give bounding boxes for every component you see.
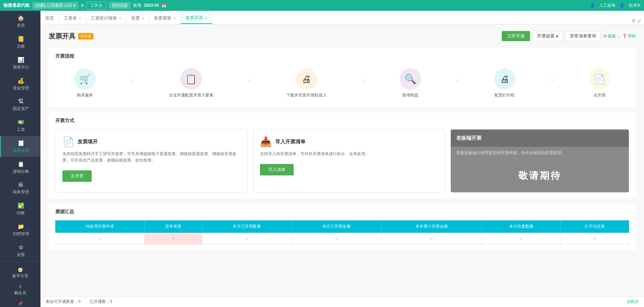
flow-arrow: › [457, 76, 459, 84]
bottom-bar: 剩余可开通数量：0 已开通数：0 去购买 [40, 296, 644, 307]
tab-home[interactable]: 首页 [40, 12, 59, 24]
support-link[interactable]: 人工咨询 [599, 3, 615, 8]
flow-step-add-tax[interactable]: 🔍 新增税盘 [400, 68, 421, 98]
company-selector[interactable]: (勿删) 江西服室-LSS ▾ [32, 2, 78, 9]
method-import-title: 导入开票清单 [275, 139, 305, 145]
tab-close-payroll-table[interactable]: × [79, 16, 81, 20]
sidebar-item-invoice[interactable]: 🧾 发票管理 [0, 136, 40, 157]
tab-invoice-calc[interactable]: 发票测算× [149, 12, 180, 24]
sidebar-item-payroll[interactable]: 💵 工资 [0, 115, 40, 136]
flow-step-icon-print-config: 🖨 [494, 68, 516, 90]
sidebar-item-vip[interactable]: V 畅会员 [0, 282, 40, 299]
sidebar-item-reports[interactable]: 📊 报表中心 [0, 53, 40, 74]
summary-table-header: 本月已开票数量 [202, 220, 292, 233]
top-bar-right: 👤 人工咨询 👤 徐泽华 [590, 3, 641, 8]
pin-action[interactable]: 📌 取消固定 [0, 299, 40, 307]
sidebar-item-settle[interactable]: ✅ 结账 [0, 198, 40, 219]
user-name[interactable]: 徐泽华 [628, 3, 641, 8]
sidebar-label-funds: 资金管理 [13, 85, 29, 91]
help-label: 帮助 [628, 33, 636, 39]
close-tab-icon[interactable]: ✕ [631, 18, 636, 24]
copy-icon[interactable]: ⧉ [81, 3, 84, 8]
flow-step-label-print-config: 配置打印机 [495, 92, 515, 98]
sidebar-item-purchase[interactable]: 📋 进销台账 [0, 157, 40, 178]
quota-info: 剩余可开通数量：0 已开通数：0 [46, 299, 112, 305]
tab-close-payroll-stats[interactable]: × [119, 16, 121, 20]
tab-close-invoice-tool[interactable]: × [205, 16, 207, 20]
table-row: -------------- [55, 233, 629, 245]
sidebar-item-guide[interactable]: 🧭 新手引导 [0, 265, 40, 282]
billing-flow-section: 开票流程 🛒 购买服务 › 📋 企业开通配置开票六要素 › 🖨 下载并安装开票机… [49, 48, 636, 107]
video-link[interactable]: ⚙ 视频 [603, 33, 616, 39]
fill-invoice-button[interactable]: 去开票 [62, 170, 92, 182]
main-layout: 🏠 首页 📒 总账 📊 报表中心 💰 资金管理 🏗 固定资产 💵 工资 🧾 发票… [0, 11, 644, 307]
flow-arrow: › [362, 76, 364, 84]
flow-step-buy-service[interactable]: 🛒 购买服务 [74, 68, 96, 98]
sidebar-label-payroll: 工资 [17, 127, 25, 133]
top-bar: 畅捷通易代账 (勿删) 江西服室-LSS ▾ ⧉ 工作台 切到旧版 账期 202… [0, 0, 644, 11]
settings-button[interactable]: 开票设置 ▾ [533, 31, 563, 41]
flow-step-print-config[interactable]: 🖨 配置打印机 [494, 68, 516, 98]
tab-label-payroll-table: 工资表 [64, 15, 77, 21]
sidebar-item-tax[interactable]: 🏛 税务管理 [0, 178, 40, 198]
workspace-button[interactable]: 工作台 [87, 2, 106, 9]
quota-label: 剩余可开通数量：0 [46, 299, 81, 304]
sidebar-icon-tax: 🏛 [18, 182, 24, 188]
sidebar-icon-archive: 📁 [18, 223, 24, 230]
calendar-icon[interactable]: 📅 [162, 3, 167, 8]
tab-close-invoice-calc[interactable]: × [173, 16, 175, 20]
anomaly-query-button[interactable]: 异常清单查询 [565, 31, 601, 41]
help-link[interactable]: ❓ 帮助 [622, 33, 636, 39]
page-header-actions: 立即开通 开票设置 ▾ 异常清单查询 ⚙ 视频 | ❓ 帮助 [502, 31, 636, 41]
table-cell: -- [55, 233, 145, 245]
company-name: (勿删) 江西服室-LSS [35, 3, 72, 8]
tab-label-invoice-calc: 发票测算 [154, 15, 171, 21]
page-content: 发票开具 待开通 立即开通 开票设置 ▾ 异常清单查询 ⚙ 视频 | [40, 24, 644, 296]
period-label: 账期 [133, 3, 141, 8]
summary-section: 票据汇总 待处理开票申请异常单票本月已开票数量本月已开票金额本年累计开票金额本月… [49, 203, 636, 250]
sidebar-icon-invoice: 🧾 [18, 140, 24, 146]
period-value: 2023-02 [144, 3, 159, 8]
sidebar-item-assets[interactable]: 🏗 固定资产 [0, 94, 40, 115]
flow-step-issue[interactable]: 📄 去开票 [589, 68, 610, 98]
sidebar-bottom: 🧭 新手引导 V 畅会员 📌 取消固定 [0, 261, 40, 307]
flow-arrow: › [551, 76, 553, 84]
expand-icon[interactable]: ⤢ [637, 18, 641, 24]
flow-step-config[interactable]: 📋 企业开通配置开票六要素 [169, 68, 213, 98]
sidebar-item-ledger[interactable]: 📒 总账 [0, 32, 40, 53]
flow-step-label-issue: 去开票 [593, 92, 606, 98]
sidebar-item-funds[interactable]: 💰 资金管理 [0, 74, 40, 94]
opened-label: 已开通数：0 [90, 299, 112, 304]
tab-invoice-tool[interactable]: 发票开具× [181, 12, 212, 24]
tab-invoice-list[interactable]: 发票× [126, 12, 149, 24]
sidebar-label-reports: 报表中心 [13, 64, 29, 70]
separator1: | [618, 34, 619, 39]
sidebar-icon-assets: 🏗 [18, 99, 24, 105]
table-cell: -- [145, 233, 202, 245]
sidebar-item-archive[interactable]: 📁 归档管理 [0, 219, 40, 240]
sidebar-icon-payroll: 💵 [18, 119, 24, 125]
old-version-button[interactable]: 切到旧版 [109, 2, 130, 9]
tab-close-invoice-list[interactable]: × [142, 16, 144, 20]
tab-payroll-table[interactable]: 工资表× [59, 12, 86, 24]
tab-label-invoice-list: 发票 [131, 15, 140, 21]
sidebar-icon-settle: ✅ [18, 202, 24, 209]
import-invoice-button[interactable]: 导入清单 [260, 164, 294, 175]
sidebar-icon-ledger: 📒 [18, 36, 24, 42]
sidebar-item-home[interactable]: 🏠 首页 [0, 11, 40, 32]
immediate-open-button[interactable]: 立即开通 [502, 31, 530, 41]
support-icon: 👤 [590, 3, 595, 8]
method-fill-desc: 支持按照发票样式手工填写开发票；可开具增值税电子普通发票、增值税普通发票、增值税… [62, 151, 240, 164]
page-title: 发票开具 [49, 32, 76, 41]
sidebar-item-settings[interactable]: ⚙ 设置 [0, 240, 40, 261]
method-cards: 📄 发票填开 支持按照发票样式手工填写开发票；可开具增值税电子普通发票、增值税普… [55, 129, 629, 193]
settings-label: 开票设置 [537, 33, 555, 39]
flow-step-label-add-tax: 新增税盘 [402, 92, 418, 98]
sidebar-label-tax: 税务管理 [13, 189, 29, 195]
top-bar-left: 畅捷通易代账 (勿删) 江西服室-LSS ▾ ⧉ 工作台 切到旧版 账期 202… [3, 2, 167, 9]
tab-payroll-stats[interactable]: 工资统计报表× [86, 12, 126, 24]
buy-link[interactable]: 去购买 [626, 299, 639, 305]
method-boss-desc: 查看老板端小程序提交的开票申请，并作出相应的开票处理。 [451, 147, 629, 159]
flow-step-download[interactable]: 🖨 下载并安装开票机器人 [286, 68, 327, 98]
avatar-icon: 👤 [619, 3, 624, 8]
